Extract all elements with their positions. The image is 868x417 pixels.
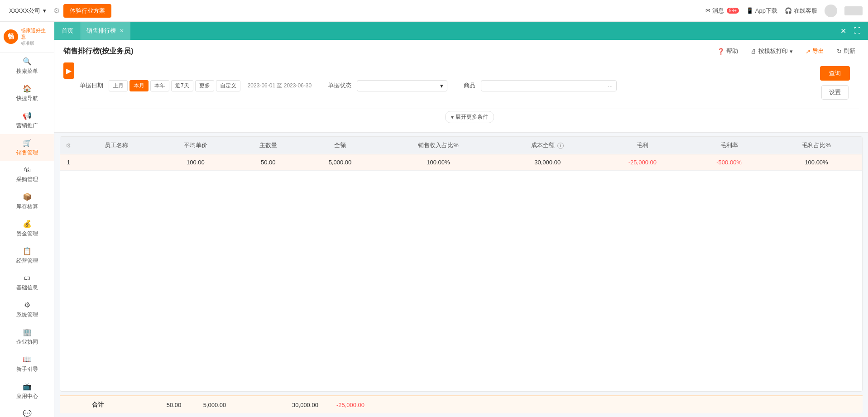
cell-rank: 1	[60, 154, 77, 171]
filter-row-1: 单据日期 上月 本月 本年 近7天 更多 自定义 2023-06-01 至 20…	[80, 62, 859, 109]
date-current-year-btn[interactable]: 本年	[150, 80, 169, 91]
date-range-display: 2023-06-01 至 2023-06-30	[248, 82, 312, 90]
sidebar: 畅 畅康通好生意 标准版 🔍 搜索菜单 🏠 快捷导航 📢 营销推广 🛒 销售管理…	[0, 22, 54, 417]
sidebar-item-label: 系统管理	[16, 311, 38, 319]
goods-filter-input[interactable]: ···	[481, 80, 617, 91]
query-area: 查询 设置	[820, 66, 859, 105]
sidebar-item-label: 企业协同	[16, 338, 38, 346]
main-layout: 畅 畅康通好生意 标准版 🔍 搜索菜单 🏠 快捷导航 📢 营销推广 🛒 销售管理…	[0, 22, 868, 417]
goods-more-icon[interactable]: ···	[608, 82, 613, 89]
table-footer: 合计 50.00 5,000.00 30,000.00 -25,000.00	[60, 395, 863, 413]
gear-settings-icon[interactable]: ⚙	[53, 6, 60, 15]
data-table: ⚙ 员工名称 平均单价 主数量	[60, 137, 862, 171]
sidebar-item-quick-nav[interactable]: 🏠 快捷导航	[0, 80, 54, 107]
sidebar-item-label: 快捷导航	[16, 95, 38, 102]
col-gross-pct: 毛利占比%	[771, 137, 862, 154]
footer-gross: -25,000.00	[328, 402, 373, 408]
footer-quantity: 50.00	[156, 402, 192, 408]
wechat-icon: 💬	[23, 409, 32, 417]
sidebar-item-guide[interactable]: 📖 新手引导	[0, 350, 54, 378]
online-service-label: 在线客服	[794, 7, 817, 15]
inventory-icon: 📦	[23, 192, 32, 201]
industry-btn[interactable]: 体验行业方案	[63, 4, 111, 18]
sidebar-item-app-center[interactable]: 📺 应用中心	[0, 378, 54, 405]
help-btn[interactable]: ❓ 帮助	[714, 45, 742, 57]
company-name: XXXXX公司	[9, 7, 40, 15]
export-btn[interactable]: ↗ 导出	[802, 45, 828, 57]
template-print-btn[interactable]: 🖨 按模板打印 ▾	[747, 45, 796, 57]
sidebar-item-label: 资金管理	[16, 230, 38, 238]
status-chevron-icon: ▾	[440, 82, 443, 89]
help-label: 帮助	[726, 47, 738, 55]
sidebar-item-marketing[interactable]: 📢 营销推广	[0, 107, 54, 134]
col-gross-rate: 毛利率	[687, 137, 771, 154]
tab-close-btn[interactable]: ✕	[119, 27, 125, 35]
sidebar-item-label: 采购管理	[16, 176, 38, 183]
message-icon: ✉	[705, 7, 710, 14]
sidebar-item-enterprise[interactable]: 🏢 企业协同	[0, 323, 54, 350]
system-icon: ⚙	[24, 301, 30, 309]
table-row: 1 100.00 50.00 5,000.00 100.00% 30,000.0…	[60, 154, 862, 171]
page-title-row: 销售排行榜(按业务员) ❓ 帮助 🖨 按模板打印 ▾ ↗	[63, 45, 859, 57]
col-gross: 毛利	[598, 137, 688, 154]
table-header-row: ⚙ 员工名称 平均单价 主数量	[60, 137, 862, 154]
online-service-btn[interactable]: 🎧 在线客服	[785, 7, 817, 15]
date-more-btn[interactable]: 更多	[195, 80, 214, 91]
col-avg-price: 平均单价	[156, 137, 235, 154]
sidebar-item-label: 基础信息	[16, 284, 38, 292]
tab-label: 销售排行榜	[86, 27, 116, 35]
filter-area: ▶ 单据日期 上月 本月 本年 近7天 更多 自定义	[63, 62, 859, 132]
settings-btn[interactable]: 设置	[821, 85, 849, 100]
tab-home[interactable]: 首页	[54, 22, 81, 40]
sidebar-item-finance[interactable]: 💰 资金管理	[0, 215, 54, 242]
tab-sales-ranking[interactable]: 销售排行榜 ✕	[81, 22, 130, 40]
tab-close-all-icon[interactable]: ✕	[839, 25, 848, 37]
message-btn[interactable]: ✉ 消息 99+	[705, 7, 739, 15]
cell-gross-rate: -500.00%	[687, 154, 771, 171]
cell-gross-pct: 100.00%	[771, 154, 862, 171]
sales-icon: 🛒	[23, 139, 32, 147]
data-table-container: ⚙ 员工名称 平均单价 主数量	[60, 136, 863, 392]
sidebar-item-purchase[interactable]: 🛍 采购管理	[0, 161, 54, 188]
cost-info-icon[interactable]: ℹ	[557, 143, 564, 149]
logo-sub: 标准版	[21, 40, 50, 47]
app-download-btn[interactable]: 📱 App下载	[746, 7, 777, 15]
date-last-month-btn[interactable]: 上月	[109, 80, 128, 91]
user-name-placeholder	[844, 6, 863, 15]
date-last7-btn[interactable]: 近7天	[171, 80, 193, 91]
app-download-label: App下载	[755, 7, 777, 15]
tab-fullscreen-icon[interactable]: ⛶	[852, 25, 863, 37]
sidebar-item-search[interactable]: 🔍 搜索菜单	[0, 53, 54, 80]
footer-amount: 5,000.00	[192, 402, 237, 408]
sidebar-item-wx[interactable]: 💬 企业微信	[0, 405, 54, 417]
sidebar-item-label: 搜索菜单	[16, 67, 38, 75]
query-btn[interactable]: 查询	[820, 66, 850, 81]
expand-more-btn[interactable]: ▾ 展开更多条件	[445, 111, 494, 123]
logo-icon: 畅	[4, 29, 18, 44]
template-print-label: 按模板打印	[758, 47, 788, 55]
sidebar-item-inventory[interactable]: 📦 库存核算	[0, 188, 54, 215]
page-content: 销售排行榜(按业务员) ❓ 帮助 🖨 按模板打印 ▾ ↗	[54, 40, 868, 417]
sidebar-item-label: 库存核算	[16, 203, 38, 211]
expand-more-row: ▾ 展开更多条件	[80, 109, 859, 127]
guide-icon: 📖	[23, 355, 32, 364]
sidebar-item-basic[interactable]: 🗂 基础信息	[0, 269, 54, 296]
sidebar-item-operation[interactable]: 📋 经营管理	[0, 242, 54, 269]
date-custom-btn[interactable]: 自定义	[216, 80, 240, 91]
expand-icon: ▾	[451, 114, 454, 120]
sidebar-item-label: 应用中心	[16, 393, 38, 400]
purchase-icon: 🛍	[24, 166, 31, 174]
company-selector[interactable]: XXXXX公司 ▾	[5, 5, 50, 17]
message-label: 消息	[712, 7, 724, 15]
page-actions: ❓ 帮助 🖨 按模板打印 ▾ ↗ 导出 ↻	[714, 45, 859, 57]
refresh-btn[interactable]: ↻ 刷新	[833, 45, 859, 57]
col-settings[interactable]: ⚙	[60, 137, 77, 154]
user-avatar[interactable]	[825, 5, 837, 17]
sidebar-item-sales[interactable]: 🛒 销售管理	[0, 134, 54, 161]
filter-expand-btn[interactable]: ▶	[63, 62, 74, 79]
column-settings-icon[interactable]: ⚙	[66, 142, 71, 149]
status-filter-select[interactable]: ▾	[357, 80, 447, 91]
sidebar-item-system[interactable]: ⚙ 系统管理	[0, 296, 54, 323]
cell-avg-price: 100.00	[156, 154, 235, 171]
date-current-month-btn[interactable]: 本月	[129, 80, 149, 91]
